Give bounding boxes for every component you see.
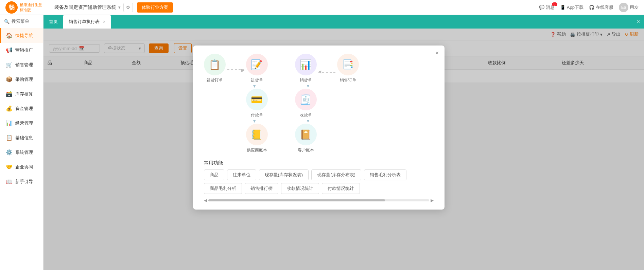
flow-diagram: 📋 进货订单 ▶ 📝 进货单 xyxy=(204,54,434,153)
search-menu-button[interactable]: 🔍 搜索菜单 xyxy=(0,15,43,28)
func-btn-stock-dist[interactable]: 现存量(库存分布表) xyxy=(311,169,361,180)
guide-icon: 📖 xyxy=(6,178,13,185)
flow-node-purchase-order[interactable]: 📋 进货订单 xyxy=(204,54,226,83)
basic-info-icon: 📋 xyxy=(6,134,13,141)
common-functions-section: 常用功能 商品 往来单位 现存量(库存状况表) 现存量(库存分布表) 销售毛利分… xyxy=(204,160,434,194)
logo-icon: 畅 xyxy=(5,1,18,14)
flow-node-payment-bill[interactable]: 💳 付款单 xyxy=(246,89,268,118)
app-title-area: 装备及固定资产辅助管理系统 ▾ ⚙ 体验行业方案 xyxy=(49,2,539,13)
arrow-down-r2: ▼ xyxy=(295,118,359,124)
flow-row-3: 📒 供应商账本 xyxy=(204,124,268,153)
modal-scrollbar: ◀ ▶ xyxy=(204,198,434,203)
service-icon: 🎧 xyxy=(589,5,594,10)
sales-order-circle: 📑 xyxy=(337,54,359,75)
func-btn-payment-stats[interactable]: 付款情况统计 xyxy=(322,183,360,194)
sidebar-item-guide[interactable]: 📖 新手引导 xyxy=(0,174,43,189)
func-btn-partners[interactable]: 往来单位 xyxy=(227,169,256,180)
flow-row-r1: 📊 销货单 ◀ 📑 销售订单 xyxy=(295,54,359,83)
flow-row-2: 💳 付款单 xyxy=(204,89,268,118)
flow-row-r3: 📔 客户账本 xyxy=(295,124,359,153)
arrow-down-r1: ▼ xyxy=(295,83,359,89)
enterprise-icon: 🤝 xyxy=(6,164,13,170)
home-icon: 🏠 xyxy=(6,32,13,39)
tab-bar: 首页 销售订单执行表 × × xyxy=(43,15,644,29)
tab-sales-order-exec[interactable]: 销售订单执行表 × xyxy=(63,15,111,29)
message-icon: 💬 xyxy=(539,5,544,10)
sidebar-item-system[interactable]: ⚙️ 系统管理 xyxy=(0,145,43,160)
avatar: Ea xyxy=(619,3,628,12)
sidebar-item-sales[interactable]: 🛒 销售管理 xyxy=(0,57,43,72)
purchase-icon: 📦 xyxy=(6,76,13,83)
supplier-account-circle: 📒 xyxy=(246,124,268,145)
sidebar-item-marketing[interactable]: 📢 营销推广 xyxy=(0,43,43,57)
logo-text: 畅康通好生意 标准版 xyxy=(20,2,42,12)
common-functions-title: 常用功能 xyxy=(204,160,434,166)
close-all-tabs-button[interactable]: × xyxy=(637,19,640,25)
settings-button[interactable]: ⚙ xyxy=(123,3,133,12)
receipt-bill-circle: 🧾 xyxy=(295,89,317,110)
modal-close-button[interactable]: × xyxy=(435,50,439,57)
download-icon: 📱 xyxy=(560,5,565,10)
message-badge: 6 xyxy=(552,2,557,6)
page-content: ❓ 帮助 🖨️ 按模板打印 ▾ ↗ 导出 ↻ 刷新 xyxy=(43,29,644,270)
marketing-icon: 📢 xyxy=(6,47,13,53)
quick-guide-modal: × 📋 进货订单 xyxy=(193,46,445,210)
tab-close-icon[interactable]: × xyxy=(103,19,105,24)
scrollbar-thumb xyxy=(208,199,385,201)
top-bar: 畅 畅康通好生意 标准版 装备及固定资产辅助管理系统 ▾ ⚙ 体验行业方案 💬 … xyxy=(0,0,644,15)
func-btn-goods-profit[interactable]: 商品毛利分析 xyxy=(204,183,242,194)
modal-overlay[interactable]: × 📋 进货订单 xyxy=(43,29,644,270)
search-icon: 🔍 xyxy=(4,19,10,24)
tab-home[interactable]: 首页 xyxy=(43,15,63,29)
right-flow-col: 📊 销货单 ◀ 📑 销售订单 xyxy=(295,54,359,153)
inventory-icon: 🗃️ xyxy=(6,91,13,97)
top-actions: 💬 消息 6 📱 App下载 🎧 在线客服 Ea 用友 xyxy=(539,3,639,12)
func-btn-goods[interactable]: 商品 xyxy=(204,169,224,180)
arrow-h-1: ▶ xyxy=(226,58,246,79)
flow-row-1: 📋 进货订单 ▶ 📝 进货单 xyxy=(204,54,268,83)
logo-area: 畅 畅康通好生意 标准版 xyxy=(5,1,49,14)
flow-node-customer-account[interactable]: 📔 客户账本 xyxy=(295,124,317,153)
func-btn-sales-rank[interactable]: 销售排行榜 xyxy=(245,183,278,194)
payment-bill-circle: 💳 xyxy=(246,89,268,110)
flow-node-sales-bill[interactable]: 📊 销货单 xyxy=(295,54,317,83)
arrow-down-2: ▼ xyxy=(204,118,268,124)
sales-icon: 🛒 xyxy=(6,61,13,68)
scrollbar-track[interactable] xyxy=(208,199,429,201)
arrow-h-r1: ◀ xyxy=(317,58,337,79)
arrow-down-1: ▼ xyxy=(204,83,268,89)
system-icon: ⚙️ xyxy=(6,149,13,156)
sidebar-item-purchase[interactable]: 📦 采购管理 xyxy=(0,72,43,87)
sidebar: 🔍 搜索菜单 🏠 快捷导航 📢 营销推广 🛒 销售管理 📦 采购管理 🗃️ xyxy=(0,15,43,270)
flow-node-sales-order[interactable]: 📑 销售订单 xyxy=(337,54,359,83)
message-button[interactable]: 💬 消息 6 xyxy=(539,4,555,11)
sidebar-item-basic-info[interactable]: 📋 基础信息 xyxy=(0,130,43,145)
finance-icon: 💰 xyxy=(6,105,13,112)
sidebar-item-quick-nav[interactable]: 🏠 快捷导航 xyxy=(0,28,43,43)
system-title: 装备及固定资产辅助管理系统 xyxy=(54,4,116,11)
online-service-button[interactable]: 🎧 在线客服 xyxy=(589,4,613,11)
flow-row-r2: 🧾 收款单 xyxy=(295,89,359,118)
dropdown-icon[interactable]: ▾ xyxy=(118,5,121,10)
func-btn-receipt-stats[interactable]: 收款情况统计 xyxy=(281,183,319,194)
sidebar-item-operations[interactable]: 📊 经营管理 xyxy=(0,116,43,130)
flow-node-receipt-bill[interactable]: 🧾 收款单 xyxy=(295,89,317,118)
sidebar-item-inventory[interactable]: 🗃️ 库存核算 xyxy=(0,87,43,101)
app-download-button[interactable]: 📱 App下载 xyxy=(560,4,584,11)
customer-account-circle: 📔 xyxy=(295,124,317,145)
purchase-order-circle: 📋 xyxy=(204,54,226,75)
function-buttons: 商品 往来单位 现存量(库存状况表) 现存量(库存分布表) 销售毛利分析表 商品… xyxy=(204,169,434,194)
user-menu[interactable]: Ea 用友 xyxy=(619,3,639,12)
func-btn-stock-status[interactable]: 现存量(库存状况表) xyxy=(259,169,309,180)
sales-bill-circle: 📊 xyxy=(295,54,317,75)
sidebar-item-enterprise[interactable]: 🤝 企业协同 xyxy=(0,160,43,174)
flow-node-supplier-account[interactable]: 📒 供应商账本 xyxy=(246,124,268,153)
func-btn-sales-profit[interactable]: 销售毛利分析表 xyxy=(364,169,406,180)
scroll-right-button[interactable]: ▶ xyxy=(431,198,434,203)
scroll-left-button[interactable]: ◀ xyxy=(204,198,207,203)
sidebar-item-finance[interactable]: 💰 资金管理 xyxy=(0,101,43,116)
purchase-bill-circle: 📝 xyxy=(246,54,268,75)
flow-node-purchase-bill[interactable]: 📝 进货单 xyxy=(246,54,268,83)
left-flow-col: 📋 进货订单 ▶ 📝 进货单 xyxy=(204,54,268,153)
trial-button[interactable]: 体验行业方案 xyxy=(137,2,173,13)
